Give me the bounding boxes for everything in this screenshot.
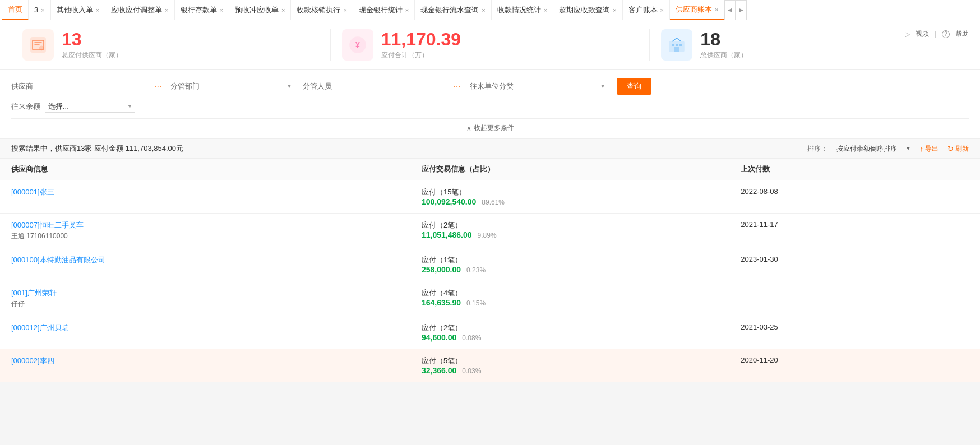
nav-tab-receipt-check[interactable]: 收款核销执行 × (291, 0, 353, 20)
close-bank-deposit[interactable]: × (220, 7, 223, 13)
cash-bank-stat-label: 现金银行统计 (359, 5, 403, 15)
summary-text-payable: 13 总应付供应商（家） (62, 30, 122, 60)
supplier-link-0[interactable]: [000001]张三 (11, 188, 54, 196)
video-link[interactable]: 视频 (916, 29, 929, 39)
supplier-link-1[interactable]: [000007]恒旺二手叉车 (11, 221, 84, 229)
last-pay-5: 2020-11-20 (741, 356, 969, 364)
tx-row-5: 32,366.00 0.03% (422, 366, 741, 375)
nav-tab-bank-deposit[interactable]: 银行存款单 × (175, 0, 229, 20)
total-payable-label: 应付合计（万） (381, 50, 461, 60)
filter-unit-type: 往来单位分类 (470, 80, 608, 92)
unit-type-filter-select[interactable] (518, 80, 608, 92)
payable-suppliers-label: 总应付供应商（家） (62, 50, 122, 60)
tx-cell-3: 应付（4笔） 164,635.90 0.15% (422, 288, 741, 307)
export-icon: ↑ (920, 145, 924, 153)
collapse-button[interactable]: ∧ 收起更多条件 (11, 118, 969, 133)
balance-filter-select[interactable]: 选择... (45, 100, 135, 113)
export-button[interactable]: ↑ 导出 (920, 144, 939, 154)
summary-text-total-suppliers: 18 总供应商（家） (700, 30, 747, 60)
receipt-check-label: 收款核销执行 (297, 5, 340, 15)
nav-tab-customer[interactable]: 客户账本 × (623, 0, 670, 20)
supplier-cell-2: [000100]本特勤油品有限公司 (11, 255, 422, 265)
total-payable-number: 11,170.39 (381, 30, 461, 49)
filter-area: 供应商 ··· 分管部门 分管人员 ··· 往来单位分类 查询 (0, 70, 980, 139)
tx-amount-4[interactable]: 94,600.00 (422, 333, 456, 342)
sort-value[interactable]: 按应付余额倒序排序 (836, 144, 897, 154)
close-advance[interactable]: × (281, 7, 285, 13)
supplier-cell-3: [001]广州荣轩 仔仔 (11, 288, 422, 309)
close-overdue[interactable]: × (613, 7, 616, 13)
total-payable-icon: ¥ (342, 29, 373, 61)
results-actions: 排序： 按应付余额倒序排序 ▼ ↑ 导出 ↻ 刷新 (807, 144, 969, 154)
sort-chevron-icon[interactable]: ▼ (906, 146, 911, 151)
filter-person: 分管人员 ··· (303, 80, 460, 92)
tx-pct-0: 89.61% (482, 198, 505, 206)
supplier-sub-1: 王通 17106110000 (11, 231, 422, 241)
tx-pct-1: 9.89% (478, 231, 497, 239)
nav-tab-ap-adjust[interactable]: 应收应付调整单 × (105, 0, 174, 20)
nav-tab-3[interactable]: 3 × (29, 0, 51, 20)
close-other-income[interactable]: × (96, 7, 99, 13)
tab-3-label: 3 (34, 6, 38, 14)
query-button[interactable]: 查询 (617, 78, 651, 95)
nav-tab-home[interactable]: 首页 (2, 0, 29, 20)
supplier-link-2[interactable]: [000100]本特勤油品有限公司 (11, 256, 105, 264)
svg-text:¥: ¥ (355, 40, 360, 49)
close-customer[interactable]: × (660, 7, 664, 13)
tx-cell-0: 应付（15笔） 100,092,540.00 89.61% (422, 187, 741, 206)
close-receipt-stat[interactable]: × (544, 7, 547, 13)
tx-amount-1[interactable]: 11,051,486.00 (422, 230, 472, 239)
tx-label-1: 应付（2笔） (422, 220, 741, 230)
total-suppliers-icon (661, 29, 692, 61)
close-tab-3[interactable]: × (41, 7, 44, 13)
person-dots-icon[interactable]: ··· (453, 81, 460, 91)
person-filter-input[interactable] (336, 80, 449, 92)
refresh-label[interactable]: 刷新 (955, 144, 969, 154)
tx-amount-2[interactable]: 258,000.00 (422, 265, 461, 274)
export-label[interactable]: 导出 (925, 144, 939, 154)
table-row: [001]广州荣轩 仔仔 应付（4笔） 164,635.90 0.15% (0, 281, 980, 316)
nav-prev-button[interactable]: ◀ (724, 0, 736, 20)
advance-label: 预收冲应收单 (235, 5, 279, 15)
dept-select-wrapper (204, 80, 294, 92)
supplier-dots-icon[interactable]: ··· (154, 81, 161, 91)
nav-tab-cash-bank-stat[interactable]: 现金银行统计 × (353, 0, 415, 20)
receipt-stat-label: 收款情况统计 (497, 5, 541, 15)
summary-text-total: 11,170.39 应付合计（万） (381, 30, 461, 60)
dept-filter-label: 分管部门 (170, 81, 200, 91)
tx-cell-2: 应付（1笔） 258,000.00 0.23% (422, 255, 741, 274)
nav-tab-supplier[interactable]: 供应商账本 × (670, 0, 724, 20)
help-link[interactable]: 帮助 (955, 29, 969, 39)
summary-item-total-payable: ¥ 11,170.39 应付合计（万） (331, 29, 650, 61)
close-supplier[interactable]: × (715, 6, 718, 13)
nav-next-button[interactable]: ▶ (736, 0, 747, 20)
close-ap-adjust[interactable]: × (165, 7, 168, 13)
tx-amount-5[interactable]: 32,366.00 (422, 366, 456, 375)
close-receipt-check[interactable]: × (343, 7, 346, 13)
tx-amount-0[interactable]: 100,092,540.00 (422, 197, 476, 206)
tx-pct-2: 0.23% (466, 266, 486, 274)
close-cash-bank-stat[interactable]: × (405, 7, 409, 13)
total-suppliers-number: 18 (700, 30, 747, 49)
tx-cell-5: 应付（5笔） 32,366.00 0.03% (422, 356, 741, 375)
nav-tab-cash-flow[interactable]: 现金银行流水查询 × (415, 0, 491, 20)
filter-supplier: 供应商 ··· (11, 80, 161, 92)
tx-cell-1: 应付（2笔） 11,051,486.00 9.89% (422, 220, 741, 239)
close-cash-flow[interactable]: × (482, 7, 485, 13)
divider: | (935, 30, 936, 38)
supplier-link-5[interactable]: [000002]李四 (11, 356, 54, 365)
person-filter-label: 分管人员 (303, 81, 332, 91)
supplier-link-3[interactable]: [001]广州荣轩 (11, 289, 57, 297)
refresh-button[interactable]: ↻ 刷新 (947, 144, 969, 154)
nav-tab-other-income[interactable]: 其他收入单 × (51, 0, 105, 20)
nav-tab-advance[interactable]: 预收冲应收单 × (229, 0, 291, 20)
nav-tab-receipt-stat[interactable]: 收款情况统计 × (492, 0, 553, 20)
supplier-link-4[interactable]: [000012]广州贝瑞 (11, 323, 69, 332)
dept-filter-select[interactable] (204, 80, 294, 92)
supplier-sub-3: 仔仔 (11, 299, 422, 309)
supplier-filter-input[interactable] (38, 80, 150, 92)
svg-rect-8 (674, 47, 679, 52)
tx-amount-3[interactable]: 164,635.90 (422, 298, 461, 307)
balance-select-wrapper: 选择... (45, 100, 135, 113)
nav-tab-overdue[interactable]: 超期应收款查询 × (553, 0, 622, 20)
